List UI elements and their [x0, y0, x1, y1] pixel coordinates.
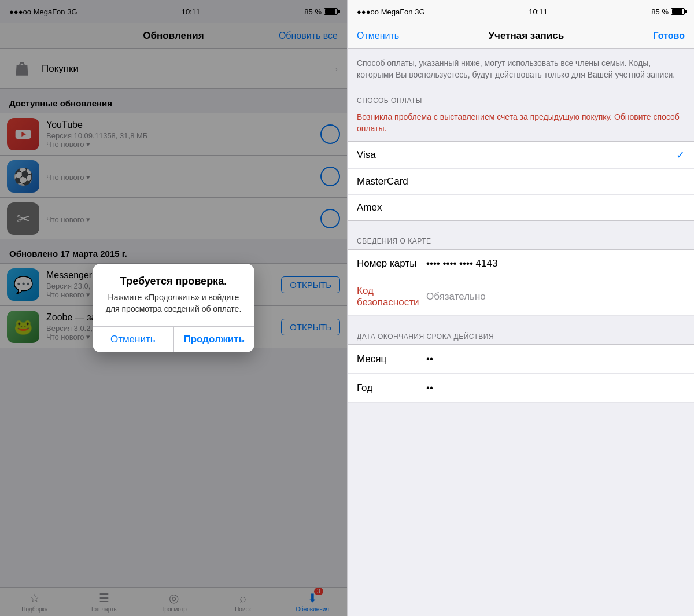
- payment-option-mastercard[interactable]: MasterCard: [348, 169, 694, 195]
- done-button[interactable]: Готово: [654, 31, 685, 41]
- payment-section-label: СПОСОБ ОПЛАТЫ: [348, 90, 694, 108]
- cancel-button[interactable]: Отменить: [357, 31, 399, 41]
- right-panel: ●●●oo MegaFon 3G 10:11 85 % Отменить Уче…: [347, 0, 694, 616]
- card-number-value: •••• •••• •••• 4143: [426, 258, 685, 270]
- year-label: Год: [357, 382, 426, 394]
- date-section-label: ДАТА ОКОНЧАНИЯ СРОКА ДЕЙСТВИЯ: [348, 326, 694, 344]
- month-label: Месяц: [357, 353, 426, 365]
- year-value: ••: [426, 382, 685, 394]
- card-number-label: Номер карты: [357, 258, 426, 270]
- dialog-buttons: Отменить Продолжить: [93, 326, 254, 352]
- right-carrier: ●●●oo MegaFon 3G: [357, 8, 425, 16]
- month-row[interactable]: Месяц ••: [348, 345, 694, 374]
- payment-options-list: Visa ✓ MasterCard Amex: [348, 141, 694, 221]
- amex-label: Amex: [357, 202, 685, 213]
- security-code-label: Код безопасности: [357, 285, 426, 308]
- right-nav-bar: Отменить Учетная запись Готово: [348, 23, 694, 49]
- card-number-row: Номер карты •••• •••• •••• 4143: [348, 249, 694, 278]
- card-section: СВЕДЕНИЯ О КАРТЕ Номер карты •••• •••• •…: [348, 230, 694, 316]
- right-status-bar: ●●●oo MegaFon 3G 10:11 85 %: [348, 0, 694, 23]
- payment-option-visa[interactable]: Visa ✓: [348, 142, 694, 169]
- payment-section: СПОСОБ ОПЛАТЫ Возникла проблема с выстав…: [348, 90, 694, 221]
- dialog-overlay: Требуется проверка. Нажмите «Продолжить»…: [0, 0, 347, 616]
- dialog-message: Нажмите «Продолжить» и войдите для просм…: [93, 292, 254, 326]
- dialog-cancel-button[interactable]: Отменить: [93, 327, 174, 352]
- visa-checkmark-icon: ✓: [676, 149, 685, 161]
- month-value: ••: [426, 353, 685, 365]
- payment-error-text: Возникла проблема с выставлением счета з…: [348, 108, 694, 141]
- date-list: Месяц •• Год ••: [348, 344, 694, 403]
- right-battery-icon: [671, 8, 685, 15]
- dialog-title: Требуется проверка.: [93, 264, 254, 292]
- card-details-list: Номер карты •••• •••• •••• 4143 Код безо…: [348, 249, 694, 316]
- dialog: Требуется проверка. Нажмите «Продолжить»…: [93, 264, 254, 352]
- left-panel: ●●●oo MegaFon 3G 10:11 85 % Обновления О…: [0, 0, 347, 616]
- card-section-label: СВЕДЕНИЯ О КАРТЕ: [348, 230, 694, 249]
- year-row[interactable]: Год ••: [348, 374, 694, 403]
- visa-label: Visa: [357, 149, 676, 161]
- right-time: 10:11: [529, 8, 548, 16]
- dialog-continue-button[interactable]: Продолжить: [174, 327, 255, 352]
- date-section: ДАТА ОКОНЧАНИЯ СРОКА ДЕЙСТВИЯ Месяц •• Г…: [348, 326, 694, 403]
- right-battery: 85 %: [651, 8, 685, 16]
- security-code-placeholder: Обязательно: [426, 291, 685, 303]
- right-nav-title: Учетная запись: [488, 30, 564, 42]
- right-scroll: Способ оплаты, указанный ниже, могут исп…: [348, 49, 694, 616]
- payment-option-amex[interactable]: Amex: [348, 195, 694, 220]
- info-box: Способ оплаты, указанный ниже, могут исп…: [348, 49, 694, 90]
- mastercard-label: MasterCard: [357, 176, 685, 187]
- security-code-row[interactable]: Код безопасности Обязательно: [348, 278, 694, 316]
